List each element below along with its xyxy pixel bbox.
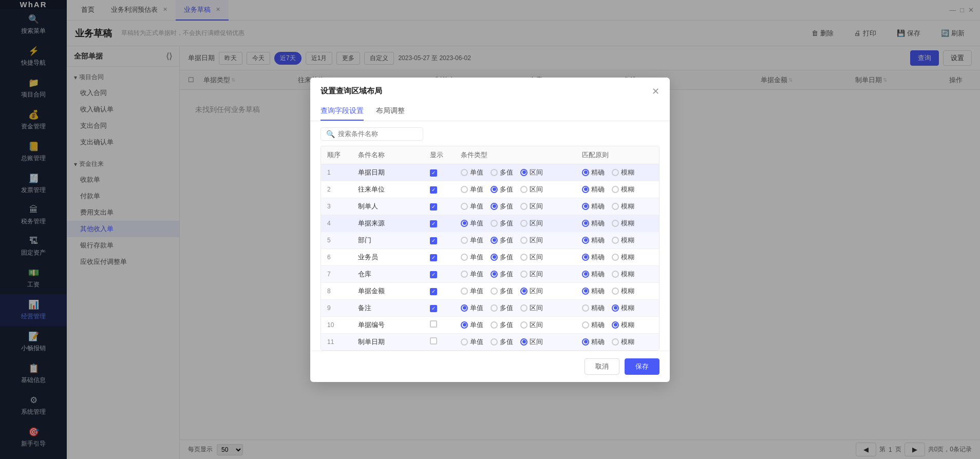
type-multi-radio[interactable]: 多值 — [491, 168, 513, 177]
type-multi-radio[interactable]: 多值 — [491, 286, 513, 296]
type-multi-radio[interactable]: 多值 — [491, 320, 513, 330]
display-checkbox[interactable] — [430, 305, 437, 312]
type-range-radio[interactable]: 区间 — [520, 202, 543, 211]
type-multi-radio[interactable]: 多值 — [491, 270, 513, 279]
type-range-radio[interactable]: 区间 — [520, 286, 543, 296]
row-name: 制单人 — [352, 198, 424, 215]
type-multi-radio[interactable]: 多值 — [491, 236, 513, 245]
row-name: 单据日期 — [352, 164, 424, 181]
type-multi-radio[interactable]: 多值 — [491, 303, 513, 313]
modal-close-button[interactable]: ✕ — [652, 86, 659, 97]
display-checkbox[interactable] — [430, 237, 437, 244]
type-single-radio[interactable]: 单值 — [461, 168, 483, 177]
match-fuzzy-radio[interactable]: 模糊 — [612, 303, 634, 313]
radio-circle — [520, 237, 527, 244]
row-display[interactable] — [424, 164, 455, 181]
type-single-radio[interactable]: 单值 — [461, 270, 483, 279]
type-single-radio[interactable]: 单值 — [461, 236, 483, 245]
display-checkbox[interactable] — [430, 288, 437, 295]
type-range-radio[interactable]: 区间 — [520, 168, 543, 177]
row-display[interactable] — [424, 232, 455, 248]
modal-save-button[interactable]: 保存 — [625, 358, 659, 375]
type-single-radio[interactable]: 单值 — [461, 202, 483, 211]
match-exact-radio[interactable]: 精确 — [582, 219, 605, 228]
match-fuzzy-radio[interactable]: 模糊 — [612, 236, 634, 245]
type-range-radio[interactable]: 区间 — [520, 303, 543, 313]
match-exact-radio[interactable]: 精确 — [582, 185, 605, 194]
match-exact-radio[interactable]: 精确 — [582, 202, 605, 211]
type-range-radio[interactable]: 区间 — [520, 253, 543, 262]
modal-tabs: 查询字段设置 布局调整 — [310, 102, 670, 121]
type-single-radio[interactable]: 单值 — [461, 219, 483, 228]
match-fuzzy-radio[interactable]: 模糊 — [612, 320, 634, 330]
type-multi-radio[interactable]: 多值 — [491, 185, 513, 194]
type-single-radio[interactable]: 单值 — [461, 253, 483, 262]
match-fuzzy-radio[interactable]: 模糊 — [612, 270, 634, 279]
match-exact-radio[interactable]: 精确 — [582, 320, 605, 330]
display-checkbox[interactable] — [430, 254, 437, 261]
type-single-radio[interactable]: 单值 — [461, 337, 483, 347]
display-checkbox[interactable] — [430, 337, 437, 345]
type-multi-radio[interactable]: 多值 — [491, 253, 513, 262]
radio-circle — [520, 186, 527, 193]
display-checkbox[interactable] — [430, 271, 437, 278]
match-fuzzy-radio[interactable]: 模糊 — [612, 219, 634, 228]
radio-circle — [491, 338, 498, 346]
type-range-radio[interactable]: 区间 — [520, 236, 543, 245]
row-display[interactable] — [424, 198, 455, 215]
match-exact-radio[interactable]: 精确 — [582, 253, 605, 262]
row-display[interactable] — [424, 181, 455, 198]
match-exact-radio[interactable]: 精确 — [582, 303, 605, 313]
match-radio-group: 精确 模糊 — [582, 236, 653, 245]
match-radio-group: 精确 模糊 — [582, 303, 653, 313]
display-checkbox[interactable] — [430, 220, 437, 227]
row-display[interactable] — [424, 215, 455, 232]
display-checkbox[interactable] — [430, 203, 437, 211]
display-checkbox[interactable] — [430, 320, 437, 328]
type-multi-radio[interactable]: 多值 — [491, 219, 513, 228]
match-fuzzy-radio[interactable]: 模糊 — [612, 202, 634, 211]
display-checkbox[interactable] — [430, 169, 437, 177]
type-single-radio[interactable]: 单值 — [461, 320, 483, 330]
radio-circle — [520, 203, 527, 210]
row-display[interactable] — [424, 333, 455, 350]
match-radio-group: 精确 模糊 — [582, 253, 653, 262]
row-display[interactable] — [424, 316, 455, 333]
type-radio-group: 单值 多值 区间 — [461, 286, 570, 296]
match-fuzzy-radio[interactable]: 模糊 — [612, 253, 634, 262]
type-single-radio[interactable]: 单值 — [461, 286, 483, 296]
type-multi-radio[interactable]: 多值 — [491, 202, 513, 211]
match-fuzzy-radio[interactable]: 模糊 — [612, 168, 634, 177]
row-display[interactable] — [424, 248, 455, 265]
match-exact-radio[interactable]: 精确 — [582, 270, 605, 279]
match-exact-radio[interactable]: 精确 — [582, 286, 605, 296]
match-exact-radio[interactable]: 精确 — [582, 168, 605, 177]
modal-search-box[interactable]: 🔍 — [321, 127, 423, 141]
match-fuzzy-radio[interactable]: 模糊 — [612, 286, 634, 296]
type-range-radio[interactable]: 区间 — [520, 337, 543, 347]
type-range-radio[interactable]: 区间 — [520, 219, 543, 228]
row-type: 单值 多值 区间 — [455, 265, 576, 282]
type-range-radio[interactable]: 区间 — [520, 270, 543, 279]
type-multi-radio[interactable]: 多值 — [491, 337, 513, 347]
match-fuzzy-radio[interactable]: 模糊 — [612, 185, 634, 194]
modal-tab-field-settings[interactable]: 查询字段设置 — [321, 102, 364, 121]
match-fuzzy-radio[interactable]: 模糊 — [612, 337, 634, 347]
radio-circle — [582, 203, 589, 210]
radio-circle — [582, 271, 589, 278]
match-exact-radio[interactable]: 精确 — [582, 236, 605, 245]
match-exact-radio[interactable]: 精确 — [582, 337, 605, 347]
modal-tab-layout[interactable]: 布局调整 — [376, 102, 405, 121]
row-display[interactable] — [424, 265, 455, 282]
type-range-radio[interactable]: 区间 — [520, 320, 543, 330]
type-radio-group: 单值 多值 区间 — [461, 320, 570, 330]
type-single-radio[interactable]: 单值 — [461, 185, 483, 194]
row-order: 8 — [321, 282, 352, 299]
display-checkbox[interactable] — [430, 186, 437, 194]
type-single-radio[interactable]: 单值 — [461, 303, 483, 313]
type-range-radio[interactable]: 区间 — [520, 185, 543, 194]
modal-search-input[interactable] — [338, 130, 415, 138]
row-display[interactable] — [424, 299, 455, 316]
cancel-button[interactable]: 取消 — [585, 358, 619, 375]
row-display[interactable] — [424, 282, 455, 299]
